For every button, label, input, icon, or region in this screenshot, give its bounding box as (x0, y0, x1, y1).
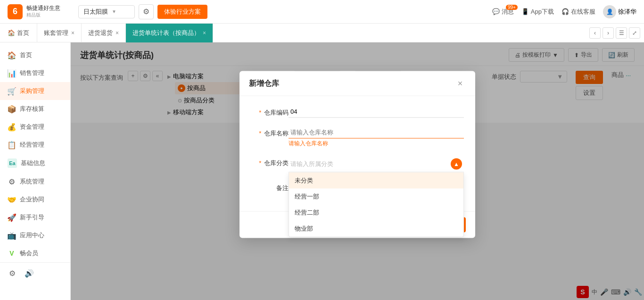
sidebar-item-app-center[interactable]: 📺 应用中心 (0, 226, 70, 244)
form-label-notes: 备注 (251, 181, 289, 192)
header-center: 日太阳膜 ▼ ⚙ 体验行业方案 (78, 4, 492, 19)
headset-icon: 🎧 (561, 8, 569, 15)
tab-ctrl-maximize[interactable]: ⤢ (629, 27, 640, 39)
sidebar-label-system: 系统管理 (20, 177, 44, 186)
vip-icon: V (8, 249, 16, 258)
tab-accounts[interactable]: 账套管理 × (37, 24, 82, 42)
tab-bar: 🏠 首页 账套管理 × 进货退货 × 进货单统计表（按商品） × ‹ › ☰ ⤢ (0, 24, 644, 42)
sidebar-label-operations: 经营管理 (20, 141, 44, 149)
avatar: 👤 (603, 5, 616, 18)
tab-close-accounts[interactable]: × (71, 30, 74, 36)
sidebar-label-purchase: 采购管理 (20, 87, 44, 95)
sidebar: 🏠 首页 📊 销售管理 🛒 采购管理 📦 库存核算 💰 资金管理 📋 经营管理 … (0, 42, 71, 300)
code-field-wrap (289, 106, 464, 118)
tab-label-purchase-return: 进货退货 (88, 29, 113, 37)
tab-ctrl-next[interactable]: › (603, 27, 614, 39)
sidebar-label-basic-info: 基础信息 (21, 159, 45, 167)
app-center-icon: 📺 (8, 231, 16, 240)
purchase-icon: 🛒 (8, 87, 16, 95)
modal-title: 新增仓库 (249, 78, 279, 88)
sidebar-item-vip[interactable]: V 畅会员 (0, 244, 70, 262)
sidebar-label-app-center: 应用中心 (20, 231, 44, 240)
settings-icon: ⚙ (143, 7, 149, 16)
online-service-button[interactable]: 🎧 在线客服 (561, 8, 595, 16)
messages-button[interactable]: 💬 消息 99+ (492, 8, 514, 16)
store-name: 日太阳膜 (83, 8, 108, 16)
logo-text-line1: 畅捷通好生意 (26, 5, 60, 12)
app-download-label: App下载 (531, 8, 554, 16)
app-download-button[interactable]: 📱 App下载 (521, 8, 554, 16)
form-label-category: * 仓库分类 (251, 156, 289, 167)
logo-area: 6 畅捷通好生意 精品版 (8, 4, 78, 19)
sidebar-item-enterprise[interactable]: 🤝 企业协同 (0, 191, 70, 208)
messages-badge: 99+ (506, 5, 518, 10)
enterprise-icon: 🤝 (8, 195, 16, 204)
sidebar-item-basic-info[interactable]: Ea 基础信息 (0, 154, 70, 173)
trial-button[interactable]: 体验行业方案 (157, 5, 207, 19)
logo-icon: 6 (8, 4, 23, 19)
new-warehouse-modal: 新增仓库 × * 仓库编码 * 仓 (239, 71, 475, 238)
logo-text-line2: 精品版 (26, 12, 60, 18)
sales-icon: 📊 (8, 69, 16, 77)
sidebar-label-enterprise: 企业协同 (20, 195, 44, 204)
category-dropdown-list: 未分类 经营一部 经营二部 物业部 (289, 173, 464, 237)
sidebar-item-home[interactable]: 🏠 首页 (0, 46, 70, 64)
warehouse-code-input[interactable] (289, 106, 464, 118)
system-icon: ⚙ (8, 177, 16, 186)
form-label-code: * 仓库编码 (251, 106, 289, 117)
tab-ctrl-menu[interactable]: ☰ (616, 27, 627, 39)
main-layout: 🏠 首页 📊 销售管理 🛒 采购管理 📦 库存核算 💰 资金管理 📋 经营管理 … (0, 42, 644, 300)
tab-close-purchase-stats[interactable]: × (203, 30, 206, 36)
volume-icon[interactable]: 🔊 (23, 267, 36, 280)
dropdown-item-uncategorized[interactable]: 未分类 (289, 173, 463, 189)
modal-close-button[interactable]: × (454, 78, 466, 89)
tab-ctrl-prev[interactable]: ‹ (589, 27, 601, 39)
sidebar-label-newbie: 新手引导 (20, 213, 44, 222)
sidebar-label-sales: 销售管理 (20, 69, 44, 77)
settings-bottom-icon[interactable]: ⚙ (6, 267, 19, 280)
name-field-wrap: 请输入仓库名称 (289, 126, 464, 148)
tab-purchase-stats[interactable]: 进货单统计表（按商品） × (126, 24, 213, 42)
sidebar-label-inventory: 库存核算 (20, 105, 44, 113)
sidebar-item-inventory[interactable]: 📦 库存核算 (0, 100, 70, 118)
dropdown-item-property[interactable]: 物业部 (289, 221, 463, 237)
sidebar-item-system[interactable]: ⚙ 系统管理 (0, 173, 70, 191)
warehouse-name-input[interactable] (289, 126, 464, 139)
home-icon: 🏠 (8, 29, 15, 36)
modal-header: 新增仓库 × (239, 71, 475, 96)
online-service-label: 在线客服 (571, 8, 595, 16)
dropdown-item-operations1[interactable]: 经营一部 (289, 189, 463, 205)
dropdown-item-operations2[interactable]: 经营二部 (289, 205, 463, 221)
sidebar-label-finance: 资金管理 (20, 123, 44, 131)
app-icon: 📱 (521, 8, 529, 15)
sidebar-item-newbie[interactable]: 🚀 新手引导 (0, 208, 70, 226)
tab-label-purchase-stats: 进货单统计表（按商品） (132, 29, 200, 37)
sidebar-item-finance[interactable]: 💰 资金管理 (0, 118, 70, 136)
name-error-message: 请输入仓库名称 (289, 140, 464, 148)
tab-label-accounts: 账套管理 (44, 29, 68, 37)
tab-close-purchase-return[interactable]: × (116, 30, 119, 36)
tab-purchase-return[interactable]: 进货退货 × (82, 24, 126, 42)
tab-controls: ‹ › ☰ ⤢ (586, 27, 644, 39)
category-toggle-icon: ▲ (451, 158, 462, 170)
top-header: 6 畅捷通好生意 精品版 日太阳膜 ▼ ⚙ 体验行业方案 💬 消息 99+ 📱 … (0, 0, 644, 24)
sidebar-label-home: 首页 (20, 51, 32, 59)
sidebar-item-purchase[interactable]: 🛒 采购管理 (0, 82, 70, 100)
category-placeholder: 请输入所属分类 (290, 160, 451, 168)
home-icon: 🏠 (8, 51, 16, 59)
sidebar-item-operations[interactable]: 📋 经营管理 (0, 136, 70, 154)
sidebar-item-sales[interactable]: 📊 销售管理 (0, 64, 70, 82)
user-avatar-area[interactable]: 👤 徐泽华 (603, 5, 636, 18)
store-selector[interactable]: 日太阳膜 ▼ (78, 5, 135, 18)
sidebar-label-vip: 畅会员 (20, 249, 38, 258)
newbie-icon: 🚀 (8, 213, 16, 222)
user-name: 徐泽华 (618, 8, 636, 16)
modal-body: * 仓库编码 * 仓库名称 请输入仓库名称 (239, 96, 475, 211)
header-settings-button[interactable]: ⚙ (139, 4, 154, 19)
tab-home[interactable]: 🏠 首页 (0, 24, 37, 42)
form-row-code: * 仓库编码 (251, 106, 464, 118)
operations-icon: 📋 (8, 141, 16, 149)
category-dropdown[interactable]: 请输入所属分类 ▲ (289, 156, 464, 173)
store-selector-arrow: ▼ (112, 9, 116, 14)
content-area: 进货单统计(按商品) 🖨 按模板打印 ▼ ⬆ 导出 🔄 刷新 按以下方案查询 (71, 42, 644, 300)
